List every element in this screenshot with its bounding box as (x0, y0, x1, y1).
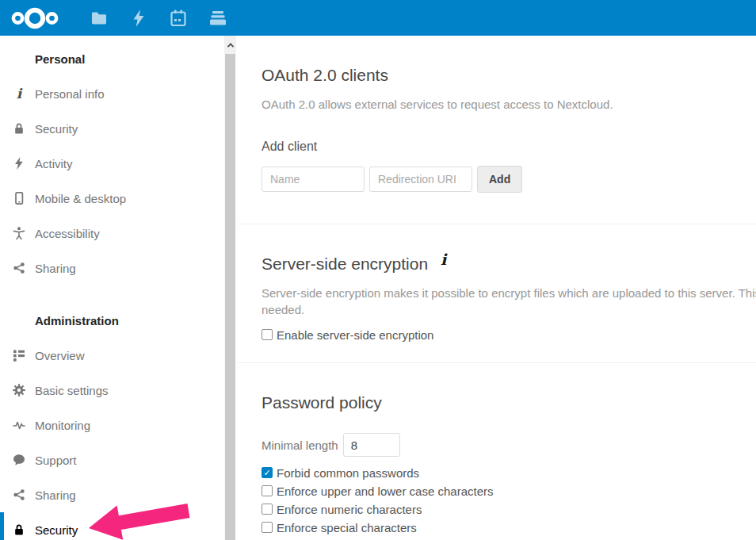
top-header-bar (0, 0, 756, 36)
sidebar-item-personal-info[interactable]: i Personal info (0, 76, 238, 111)
policy-row-forbid-common[interactable]: Forbid common passwords (262, 465, 756, 481)
scrollbar-up-button[interactable] (224, 36, 236, 54)
info-icon: i (13, 87, 25, 100)
share-icon (13, 262, 25, 274)
encryption-description-line2: needed. (262, 301, 756, 318)
enforce-special-checkbox[interactable] (262, 522, 273, 533)
files-folder-icon[interactable] (79, 0, 119, 36)
sidebar-item-overview[interactable]: Overview (0, 338, 238, 373)
enforce-numeric-checkbox[interactable] (262, 504, 273, 515)
activity-lightning-icon[interactable] (119, 0, 158, 36)
nextcloud-logo[interactable] (10, 6, 60, 30)
deck-icon[interactable] (198, 0, 238, 36)
policy-row-numeric[interactable]: Enforce numeric characters (262, 501, 756, 517)
sidebar-scrollbar-thumb[interactable] (225, 54, 235, 540)
password-policy-section: Password policy Minimal length Forbid co… (238, 363, 756, 540)
settings-content: OAuth 2.0 clients OAuth 2.0 allows exter… (238, 36, 756, 540)
sidebar-item-security-admin[interactable]: Security (0, 512, 238, 540)
encryption-section: Server-side encryption i Server-side enc… (238, 224, 756, 363)
minimal-length-label: Minimal length (262, 439, 338, 452)
encryption-title: Server-side encryption (262, 255, 428, 274)
add-client-label: Add client (262, 140, 756, 154)
info-icon[interactable]: i (441, 251, 446, 268)
share-icon (13, 488, 25, 501)
oauth-title: OAuth 2.0 clients (262, 66, 756, 85)
sidebar-heading-administration: Administration (0, 303, 238, 338)
sidebar-item-sharing-personal[interactable]: Sharing (0, 251, 238, 285)
policy-row-upper-lower[interactable]: Enforce upper and lower case characters (262, 483, 756, 499)
add-client-button[interactable]: Add (477, 166, 522, 193)
accessibility-icon (13, 227, 25, 239)
forbid-common-passwords-checkbox[interactable] (262, 467, 273, 478)
sidebar-item-monitoring[interactable]: Monitoring (0, 408, 238, 442)
client-name-input[interactable] (262, 167, 365, 192)
overview-icon (13, 349, 25, 362)
password-policy-title: Password policy (262, 393, 756, 412)
policy-row-special[interactable]: Enforce special characters (262, 519, 756, 535)
sidebar-heading-personal: Personal (0, 41, 238, 76)
calendar-icon[interactable] (158, 0, 198, 36)
lightning-icon (13, 157, 25, 170)
enable-encryption-checkbox[interactable] (262, 329, 273, 340)
sidebar-scrollbar-track[interactable] (224, 36, 236, 540)
enforce-upper-lower-checkbox[interactable] (262, 485, 273, 496)
support-chat-icon (13, 454, 25, 466)
settings-sidebar: Personal i Personal info Security Activi… (0, 36, 238, 540)
chevron-up-icon (227, 43, 233, 49)
minimal-length-input[interactable] (343, 433, 400, 457)
mobile-icon (13, 192, 25, 205)
sidebar-item-basic-settings[interactable]: Basic settings (0, 373, 238, 408)
lock-icon (13, 122, 25, 135)
lock-icon (13, 523, 25, 536)
enable-encryption-row[interactable]: Enable server-side encryption (262, 327, 756, 343)
oauth-section: OAuth 2.0 clients OAuth 2.0 allows exter… (238, 36, 756, 224)
sidebar-item-activity[interactable]: Activity (0, 146, 238, 181)
monitoring-icon (13, 419, 25, 431)
sidebar-item-sharing-admin[interactable]: Sharing (0, 477, 238, 512)
gear-icon (13, 384, 25, 396)
encryption-description-line1: Server-side encryption makes it possible… (262, 285, 756, 301)
sidebar-item-accessibility[interactable]: Accessibility (0, 216, 238, 251)
sidebar-item-mobile-desktop[interactable]: Mobile & desktop (0, 181, 238, 216)
sidebar-item-support[interactable]: Support (0, 442, 238, 477)
sidebar-item-security-personal[interactable]: Security (0, 111, 238, 146)
redirection-uri-input[interactable] (369, 167, 472, 192)
oauth-description: OAuth 2.0 allows external services to re… (262, 96, 756, 113)
